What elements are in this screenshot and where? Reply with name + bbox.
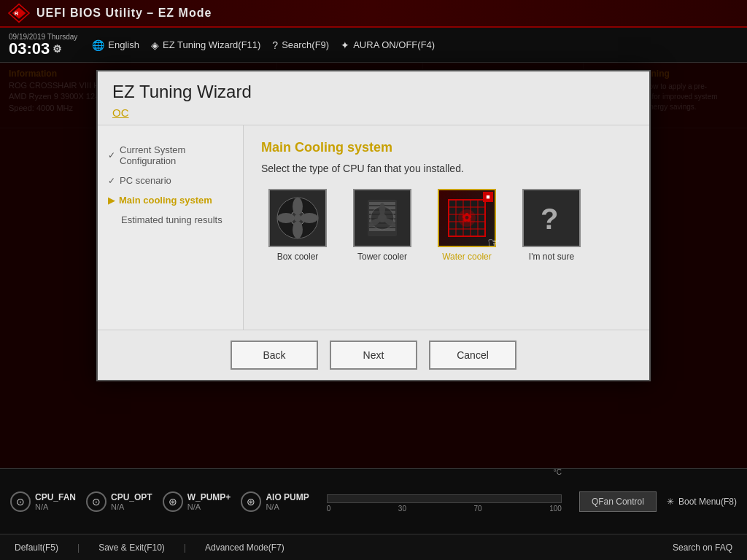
info-bar-nav: 🌐 English ◈ EZ Tuning Wizard(F11) ? Sear… xyxy=(92,39,738,51)
next-button[interactable]: Next xyxy=(330,341,417,370)
cpu-fan-info: CPU_FAN N/A xyxy=(35,492,76,511)
svg-point-6 xyxy=(293,198,303,215)
default-button[interactable]: Default(F5) xyxy=(10,542,63,553)
temp-labels: 0 30 70 100 xyxy=(327,505,562,513)
wizard-icon: ◈ xyxy=(151,39,159,51)
info-bar: 09/19/2019 Thursday 03:03 ⚙ 🌐 English ◈ … xyxy=(0,28,747,63)
svg-point-5 xyxy=(294,214,301,222)
unsure-cooler-label: I'm not sure xyxy=(529,252,574,262)
aura-icon: ✦ xyxy=(341,39,349,51)
step-arrow-icon: ▶ xyxy=(108,195,115,206)
section-title: Main Cooling system xyxy=(261,140,632,155)
svg-text:R: R xyxy=(15,10,19,17)
save-exit-button[interactable]: Save & Exit(F10) xyxy=(94,542,169,553)
tower-cooler-icon-box xyxy=(353,189,411,247)
unsure-cooler-icon: ? xyxy=(530,196,573,240)
water-cooler-selected-indicator: ■ xyxy=(483,192,493,202)
step-check-icon-2: ✓ xyxy=(108,176,115,186)
section-subtitle: Select the type of CPU fan that you inst… xyxy=(261,163,632,174)
aura-toggle-button[interactable]: ✦ AURA ON/OFF(F4) xyxy=(341,39,435,51)
fan-control-area: ⊙ CPU_FAN N/A ⊙ CPU_OPT N/A ⊛ W_PUMP+ N/… xyxy=(0,468,747,534)
w-pump-item: ⊛ W_PUMP+ N/A xyxy=(163,491,231,512)
status-bar: Default(F5) | Save & Exit(F10) | Advance… xyxy=(0,534,747,560)
boot-menu-icon: ✳ xyxy=(667,497,674,507)
back-button[interactable]: Back xyxy=(231,341,318,370)
water-cooler-label: Water cooler xyxy=(442,252,492,262)
box-cooler-fan-icon xyxy=(276,196,320,240)
box-cooler-icon-box xyxy=(268,189,327,247)
wizard-content: Main Cooling system Select the type of C… xyxy=(244,125,649,330)
svg-point-20 xyxy=(379,203,385,216)
cooler-options: Box cooler xyxy=(261,189,632,262)
aio-pump-info: AIO PUMP N/A xyxy=(266,492,309,511)
water-cooler-icon-box: ■ xyxy=(438,189,496,247)
step-current-system[interactable]: ✓ Current System Configuration xyxy=(108,140,233,171)
language-selector[interactable]: 🌐 English xyxy=(92,39,139,51)
header-bar: R UEFI BIOS Utility – EZ Mode xyxy=(0,0,747,28)
temp-unit: °C xyxy=(554,468,562,476)
water-cooler-fan-icon: ✿ xyxy=(445,196,489,240)
water-cooler-option[interactable]: ■ xyxy=(430,189,503,262)
advanced-mode-button[interactable]: Advanced Mode(F7) xyxy=(201,542,289,553)
aio-pump-icon: ⊛ xyxy=(241,491,261,512)
temp-bar xyxy=(327,494,562,503)
unsure-cooler-option[interactable]: ? I'm not sure xyxy=(515,189,588,262)
tower-cooler-fan-icon xyxy=(360,196,404,240)
app-title: UEFI BIOS Utility – EZ Mode xyxy=(36,7,212,20)
step-check-icon: ✓ xyxy=(108,150,115,160)
step-pc-scenario[interactable]: ✓ PC scenario xyxy=(108,171,233,190)
ez-tuning-wizard-button[interactable]: ◈ EZ Tuning Wizard(F11) xyxy=(151,39,260,51)
cpu-fan-item: ⊙ CPU_FAN N/A xyxy=(10,491,76,512)
modal-tab-oc[interactable]: OC xyxy=(112,106,635,119)
modal-title: EZ Tuning Wizard xyxy=(112,82,635,102)
wizard-steps: ✓ Current System Configuration ✓ PC scen… xyxy=(98,125,244,330)
w-pump-icon: ⊛ xyxy=(163,491,183,512)
time-display: 03:03 ⚙ xyxy=(9,41,77,57)
unsure-cooler-icon-box: ? xyxy=(522,189,581,247)
cursor-icon: ☞ xyxy=(487,234,500,252)
ez-tuning-modal: EZ Tuning Wizard OC ✓ Current System Con… xyxy=(96,70,651,381)
search-button[interactable]: ? Search(F9) xyxy=(272,39,329,51)
modal-overlay: EZ Tuning Wizard OC ✓ Current System Con… xyxy=(0,63,747,502)
cancel-button[interactable]: Cancel xyxy=(429,341,516,370)
rog-logo-icon: R xyxy=(7,3,31,23)
modal-body: ✓ Current System Configuration ✓ PC scen… xyxy=(98,125,649,330)
modal-footer: Back Next Cancel xyxy=(98,330,649,380)
svg-point-9 xyxy=(277,213,295,223)
box-cooler-label: Box cooler xyxy=(277,252,319,262)
search-faq-button[interactable]: Search on FAQ xyxy=(668,542,737,553)
w-pump-info: W_PUMP+ N/A xyxy=(187,492,231,511)
cpu-opt-info: CPU_OPT N/A xyxy=(111,492,152,511)
temp-chart-area: °C 0 30 70 100 xyxy=(327,480,562,524)
modal-header: EZ Tuning Wizard OC xyxy=(98,71,649,125)
tower-cooler-label: Tower cooler xyxy=(357,252,407,262)
globe-icon: 🌐 xyxy=(92,39,104,51)
step-estimated-results: Estimated tuning results xyxy=(108,210,233,230)
header-logo: R UEFI BIOS Utility – EZ Mode xyxy=(7,3,212,23)
svg-point-7 xyxy=(301,213,318,223)
tower-cooler-option[interactable]: Tower cooler xyxy=(346,189,419,262)
svg-text:✿: ✿ xyxy=(462,211,472,224)
qfan-control-button[interactable]: QFan Control xyxy=(579,491,657,512)
cpu-opt-item: ⊙ CPU_OPT N/A xyxy=(86,491,152,512)
box-cooler-option[interactable]: Box cooler xyxy=(261,189,334,262)
cpu-opt-icon: ⊙ xyxy=(86,491,107,512)
boot-menu-button[interactable]: ✳ Boot Menu(F8) xyxy=(667,497,737,507)
step-main-cooling[interactable]: ▶ Main cooling system xyxy=(108,190,233,210)
cpu-fan-icon: ⊙ xyxy=(10,491,31,512)
datetime-block: 09/19/2019 Thursday 03:03 ⚙ xyxy=(9,33,77,57)
search-icon: ? xyxy=(272,39,278,51)
clock-settings-icon[interactable]: ⚙ xyxy=(53,44,62,54)
svg-point-8 xyxy=(293,221,303,238)
svg-text:?: ? xyxy=(541,203,558,235)
aio-pump-item: ⊛ AIO PUMP N/A xyxy=(241,491,309,512)
